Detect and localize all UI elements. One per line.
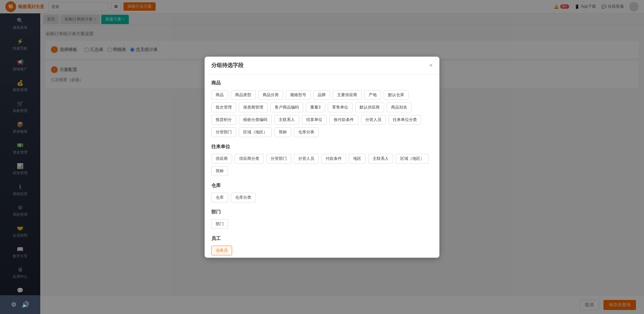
- field-retail-unit[interactable]: 零售单位: [328, 103, 353, 112]
- field-region[interactable]: 区域（地区）: [396, 154, 429, 164]
- field-supervise-dept[interactable]: 分管部门: [266, 154, 291, 164]
- department-fields: 部门: [211, 219, 433, 229]
- section-warehouse: 仓库 仓库 仓库分类: [211, 183, 433, 202]
- field-product-type[interactable]: 商品类型: [231, 90, 256, 100]
- modal-title: 分组待选字段: [211, 62, 244, 69]
- field-weight[interactable]: 重量3: [306, 103, 325, 112]
- settings-icon[interactable]: ⚙: [11, 301, 16, 308]
- field-product-category[interactable]: 商品分类: [258, 90, 283, 100]
- field-short-name[interactable]: 简称: [274, 127, 291, 137]
- field-default-supplier[interactable]: 默认供应商: [355, 103, 384, 112]
- volume-icon[interactable]: 🔊: [22, 301, 29, 308]
- field-batch[interactable]: 批次管理: [211, 103, 236, 112]
- field-supplier-category[interactable]: 供应商分类: [235, 154, 264, 164]
- modal-header: 分组待选字段 ×: [205, 57, 439, 75]
- field-product[interactable]: 商品: [211, 90, 228, 100]
- section-employee-title: 员工: [211, 236, 433, 242]
- field-origin[interactable]: 产地: [364, 90, 381, 100]
- field-warehouse-cat[interactable]: 仓库分类: [231, 193, 256, 202]
- field-area[interactable]: 地区: [349, 154, 366, 164]
- field-settlement-unit[interactable]: 结算单位: [302, 115, 327, 125]
- employee-fields: 业务员: [211, 246, 433, 255]
- modal-overlay: 分组待选字段 × 商品 商品 商品类型 商品分类 规格型号 品牌 主要供应商 产…: [0, 0, 644, 314]
- modal-body: 商品 商品 商品类型 商品分类 规格型号 品牌 主要供应商 产地 默认仓库 批次…: [205, 75, 439, 258]
- sidebar-bottom-bar: ⚙ 🔊: [0, 295, 40, 314]
- field-expiry[interactable]: 保质期管理: [239, 103, 268, 112]
- field-region-product[interactable]: 区域（地区）: [239, 127, 272, 137]
- field-main-contact[interactable]: 主联系人: [274, 115, 299, 125]
- field-customer-code[interactable]: 客户商品编码: [270, 103, 303, 112]
- section-product: 商品 商品 商品类型 商品分类 规格型号 品牌 主要供应商 产地 默认仓库 批次…: [211, 80, 433, 137]
- field-short-name2[interactable]: 简称: [211, 166, 228, 176]
- section-warehouse-title: 仓库: [211, 183, 433, 189]
- section-counterparty: 往来单位 供应商 供应商分类 分管部门 分管人员 付款条件 地区 主联系人 区域…: [211, 144, 433, 176]
- modal: 分组待选字段 × 商品 商品 商品类型 商品分类 规格型号 品牌 主要供应商 产…: [205, 57, 439, 258]
- field-payment-cond[interactable]: 付款条件: [321, 154, 346, 164]
- section-product-title: 商品: [211, 80, 433, 86]
- field-brand[interactable]: 品牌: [313, 90, 330, 100]
- field-supervise-person[interactable]: 分管人员: [294, 154, 319, 164]
- field-responsible-person[interactable]: 分管人员: [361, 115, 386, 125]
- modal-close-button[interactable]: ×: [429, 62, 433, 69]
- section-employee: 员工 业务员: [211, 236, 433, 255]
- field-warehouse-category[interactable]: 仓库分类: [294, 127, 319, 137]
- field-dept[interactable]: 分管部门: [211, 127, 236, 137]
- section-department-title: 部门: [211, 209, 433, 215]
- section-counterparty-title: 往来单位: [211, 144, 433, 150]
- field-default-warehouse[interactable]: 默认仓库: [384, 90, 409, 100]
- counterparty-fields: 供应商 供应商分类 分管部门 分管人员 付款条件 地区 主联系人 区域（地区） …: [211, 154, 433, 176]
- field-tax-code[interactable]: 税收分类编码: [239, 115, 272, 125]
- warehouse-fields: 仓库 仓库分类: [211, 193, 433, 202]
- field-alias[interactable]: 商品别名: [387, 103, 412, 112]
- field-main-contact2[interactable]: 主联系人: [368, 154, 393, 164]
- field-pick-points[interactable]: 拣货积分: [211, 115, 236, 125]
- field-counterparty-category[interactable]: 往来单位分类: [388, 115, 421, 125]
- field-warehouse[interactable]: 仓库: [211, 193, 228, 202]
- field-payment-terms[interactable]: 收付款条件: [329, 115, 358, 125]
- section-department: 部门 部门: [211, 209, 433, 229]
- product-fields: 商品 商品类型 商品分类 规格型号 品牌 主要供应商 产地 默认仓库 批次管理 …: [211, 90, 433, 137]
- field-spec-model[interactable]: 规格型号: [286, 90, 311, 100]
- field-supplier[interactable]: 供应商: [211, 154, 232, 164]
- field-main-supplier[interactable]: 主要供应商: [333, 90, 362, 100]
- field-salesperson[interactable]: 业务员: [211, 246, 232, 255]
- field-department[interactable]: 部门: [211, 219, 228, 229]
